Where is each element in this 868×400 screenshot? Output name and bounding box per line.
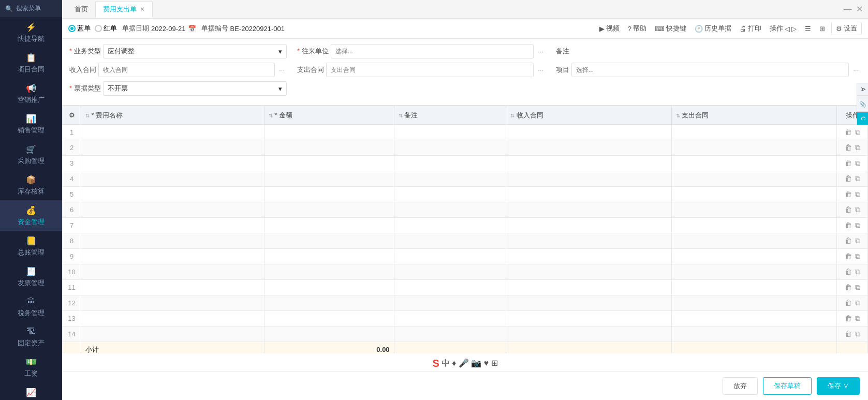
remark-cell[interactable]: [394, 125, 506, 140]
expense-contract-cell[interactable]: [671, 280, 837, 295]
copy-row-icon[interactable]: ⧉: [855, 268, 860, 276]
sidebar-item-invoice[interactable]: 🧾 发票管理: [0, 261, 62, 292]
income-contract-col-header[interactable]: ⇅ 收入合同: [506, 106, 671, 125]
copy-row-icon[interactable]: ⧉: [855, 128, 860, 137]
delete-row-icon[interactable]: 🗑: [845, 159, 852, 168]
income-contract-cell[interactable]: [506, 218, 671, 233]
sidebar-item-project-contract[interactable]: 📋 项目合同: [0, 48, 62, 78]
tab-home[interactable]: 首页: [67, 2, 95, 17]
docno-value[interactable]: BE-20220921-001: [230, 25, 285, 33]
expense-contract-cell[interactable]: [671, 125, 837, 140]
amount-cell[interactable]: [264, 327, 394, 342]
right-tab-1[interactable]: A: [857, 83, 868, 96]
expense-contract-cell[interactable]: [671, 264, 837, 280]
remark-cell[interactable]: [394, 140, 506, 156]
copy-row-icon[interactable]: ⧉: [855, 190, 860, 199]
expense-name-cell[interactable]: [81, 202, 264, 218]
counterpart-input[interactable]: [331, 44, 534, 58]
amount-cell[interactable]: [264, 311, 394, 327]
copy-row-icon[interactable]: ⧉: [855, 159, 860, 168]
red-bill-radio[interactable]: 红单: [95, 24, 117, 33]
amount-col-header[interactable]: ⇅ * 金额: [264, 106, 394, 125]
remark-cell[interactable]: [394, 311, 506, 327]
expense-name-cell[interactable]: [81, 264, 264, 280]
print-btn[interactable]: 🖨 打印: [738, 23, 763, 34]
income-contract-cell[interactable]: [506, 249, 671, 264]
save-button[interactable]: 保存 ∨: [817, 377, 860, 395]
sidebar-search[interactable]: 🔍 搜索菜单: [0, 0, 62, 17]
delete-row-icon[interactable]: 🗑: [845, 205, 852, 214]
expense-name-cell[interactable]: [81, 140, 264, 156]
expense-contract-dots[interactable]: ···: [536, 66, 546, 74]
copy-row-icon[interactable]: ⧉: [855, 283, 860, 292]
project-dots[interactable]: ···: [851, 66, 861, 74]
save-draft-button[interactable]: 保存草稿: [763, 377, 812, 395]
sidebar-item-purchase[interactable]: 🛒 采购管理: [0, 139, 62, 170]
blue-bill-radio[interactable]: 蓝单: [68, 24, 91, 33]
delete-row-icon[interactable]: 🗑: [845, 268, 852, 276]
sidebar-item-quick-nav[interactable]: ⚡ 快捷导航: [0, 17, 62, 48]
counterpart-dots[interactable]: ···: [536, 48, 546, 55]
copy-row-icon[interactable]: ⧉: [855, 330, 860, 338]
expense-contract-cell[interactable]: [671, 187, 837, 202]
amount-cell[interactable]: [264, 187, 394, 202]
shortcut-btn[interactable]: ⌨ 快捷键: [653, 23, 688, 34]
copy-row-icon[interactable]: ⧉: [855, 143, 860, 152]
amount-cell[interactable]: [264, 202, 394, 218]
amount-cell[interactable]: [264, 280, 394, 295]
tab-close-icon[interactable]: ✕: [140, 6, 145, 13]
income-contract-cell[interactable]: [506, 187, 671, 202]
income-contract-cell[interactable]: [506, 295, 671, 311]
delete-row-icon[interactable]: 🗑: [845, 143, 852, 152]
remark-cell[interactable]: [394, 233, 506, 249]
project-input[interactable]: [571, 63, 849, 77]
sidebar-item-payroll[interactable]: 💵 工资: [0, 352, 62, 382]
date-value[interactable]: 2022-09-21: [151, 25, 186, 33]
delete-row-icon[interactable]: 🗑: [845, 330, 852, 338]
remark-cell[interactable]: [394, 280, 506, 295]
delete-row-icon[interactable]: 🗑: [845, 174, 852, 183]
remark-cell[interactable]: [394, 187, 506, 202]
history-btn[interactable]: 🕐 历史单据: [693, 23, 733, 34]
sidebar-item-finance[interactable]: 💰 资金管理: [0, 200, 62, 231]
amount-cell[interactable]: [264, 171, 394, 187]
expense-name-cell[interactable]: [81, 280, 264, 295]
copy-row-icon[interactable]: ⧉: [855, 221, 860, 230]
expense-contract-cell[interactable]: [671, 171, 837, 187]
right-tab-2[interactable]: 📎: [857, 96, 868, 112]
sidebar-item-ledger[interactable]: 📒 总账管理: [0, 231, 62, 261]
sidebar-item-ops[interactable]: 📈 经营管理: [0, 382, 62, 400]
expense-contract-cell[interactable]: [671, 249, 837, 264]
calendar-icon[interactable]: 📅: [188, 25, 196, 33]
sidebar-item-marketing[interactable]: 📢 营销推广: [0, 78, 62, 109]
expense-contract-cell[interactable]: [671, 295, 837, 311]
expense-name-cell[interactable]: [81, 187, 264, 202]
income-contract-cell[interactable]: [506, 125, 671, 140]
expense-contract-cell[interactable]: [671, 202, 837, 218]
amount-cell[interactable]: [264, 140, 394, 156]
remark-cell[interactable]: [394, 218, 506, 233]
amount-cell[interactable]: [264, 156, 394, 171]
remark-cell[interactable]: [394, 264, 506, 280]
settings-btn[interactable]: ⚙ 设置: [831, 22, 862, 35]
discard-button[interactable]: 放弃: [723, 377, 758, 395]
amount-cell[interactable]: [264, 233, 394, 249]
remark-cell[interactable]: [394, 249, 506, 264]
tab-expense[interactable]: 费用支出单 ✕: [95, 1, 153, 18]
expense-name-cell[interactable]: [81, 171, 264, 187]
remark-cell[interactable]: [394, 156, 506, 171]
expense-contract-cell[interactable]: [671, 327, 837, 342]
delete-row-icon[interactable]: 🗑: [845, 283, 852, 292]
income-contract-cell[interactable]: [506, 156, 671, 171]
expense-name-col-header[interactable]: ⇅ * 费用名称: [81, 106, 264, 125]
delete-row-icon[interactable]: 🗑: [845, 252, 852, 261]
sidebar-item-sales[interactable]: 📊 销售管理: [0, 109, 62, 139]
expense-contract-cell[interactable]: [671, 156, 837, 171]
right-tab-3[interactable]: C: [857, 112, 868, 125]
remark-cell[interactable]: [394, 295, 506, 311]
copy-row-icon[interactable]: ⧉: [855, 314, 860, 323]
expense-contract-input[interactable]: [326, 63, 534, 77]
delete-row-icon[interactable]: 🗑: [845, 299, 852, 307]
help-btn[interactable]: ? 帮助: [626, 23, 649, 34]
income-contract-input[interactable]: [98, 63, 275, 77]
